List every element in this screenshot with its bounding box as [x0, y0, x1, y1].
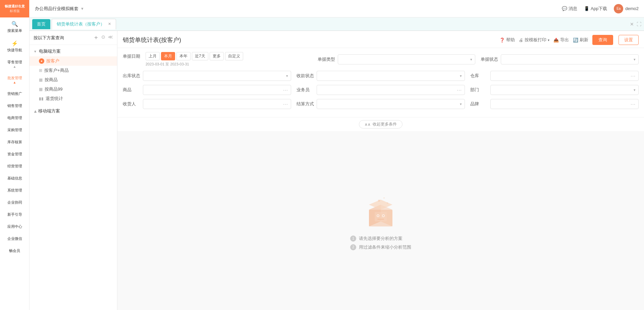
sidebar-item-marketing[interactable]: 营销推广: [0, 88, 29, 100]
stock-status-select[interactable]: ▾: [143, 71, 291, 81]
help-btn[interactable]: ❓ 帮助: [499, 37, 515, 43]
dept-select[interactable]: ▾: [490, 85, 639, 95]
staff-dots-icon: ···: [457, 87, 462, 93]
svg-rect-12: [377, 219, 384, 220]
refresh-btn[interactable]: 🔄 刷新: [573, 37, 588, 43]
date-filter-cell: 单据日期 上月 本月 本年 近7天 更多 自定义 2023-03-0: [123, 52, 312, 67]
print-btn[interactable]: 🖨 按模板打印 ▾: [519, 37, 549, 43]
scheme-by-product[interactable]: ▦ 按商品: [30, 75, 117, 85]
bar-icon: ▮▮: [39, 96, 44, 101]
quicknav-icon: ⚡: [11, 40, 18, 47]
date-btn-this-month[interactable]: 本月: [161, 52, 175, 60]
tab-sales-stat[interactable]: 销货单统计表（按客户） ✕: [52, 19, 116, 30]
order-status-label: 单据状态: [481, 56, 501, 62]
tab-home[interactable]: 首页: [32, 19, 50, 29]
order-type-cell: 单据类型 ▾: [318, 54, 476, 64]
empty-hints: 1 请先选择要分析的方案 2 用过滤条件来缩小分析范围: [350, 236, 411, 250]
app-download-btn[interactable]: 📱 App下载: [584, 6, 607, 12]
sidebar-item-quicknav[interactable]: ⚡ 快捷导航: [0, 37, 29, 56]
brand-label: 品牌: [470, 101, 490, 107]
message-btn[interactable]: 💬 消息: [562, 6, 577, 12]
message-icon: 💬: [562, 6, 567, 11]
settings-button[interactable]: 设置: [619, 35, 639, 45]
order-status-select[interactable]: ▾: [501, 54, 639, 64]
edit-scheme-btn[interactable]: ⊙: [101, 34, 105, 41]
scheme-actions: ＋ ⊙ ≪: [93, 34, 113, 41]
sidebar-item-wholesale[interactable]: 批发管理 ▲: [0, 72, 29, 88]
hint-num-1: 1: [350, 236, 356, 242]
sidebar-item-retail[interactable]: 零售管理 ▲: [0, 56, 29, 72]
user-area[interactable]: Ea demo2: [614, 4, 639, 13]
filter-row-4: 收货人 ··· 结算方式 ▾ 品牌: [123, 99, 639, 109]
filter-row-3: 商品 ··· 业务员 ··· 部门: [123, 85, 639, 95]
header-left: 办公用品行业模拟账套 ▾: [35, 6, 84, 12]
left-panel-header: 按以下方案查询 ＋ ⊙ ≪: [30, 31, 117, 45]
page-title: 销货单统计表(按客户): [123, 36, 181, 44]
desktop-scheme-parent[interactable]: ▼ 电脑端方案: [30, 46, 117, 56]
print-dropdown-icon: ▾: [548, 38, 549, 42]
sidebar-item-wechat[interactable]: 企业微信: [0, 233, 29, 245]
collapse-bar: ∧∧ 收起更多条件: [117, 117, 644, 131]
empty-hint-1: 1 请先选择要分析的方案: [350, 236, 411, 242]
username: demo2: [625, 6, 639, 11]
scheme-label-customer: 按客户: [46, 58, 59, 64]
warehouse-select[interactable]: ···: [490, 71, 639, 81]
order-type-select[interactable]: ▾: [338, 54, 476, 64]
tab-bar: 首页 销货单统计表（按客户） ✕ ✕ ⛶: [30, 17, 644, 31]
sidebar-item-member[interactable]: 畅会员: [0, 245, 29, 257]
settlement-cell: 结算方式 ▾: [297, 99, 465, 109]
empty-hint-2: 2 用过滤条件来缩小分析范围: [350, 244, 411, 250]
scheme-by-customer[interactable]: ● 按客户: [30, 56, 117, 66]
mobile-expand-icon: ▶: [33, 110, 37, 112]
date-btn-7days[interactable]: 近7天: [192, 52, 208, 60]
empty-illustration: [361, 191, 401, 231]
date-btn-this-year[interactable]: 本年: [176, 52, 191, 60]
export-btn[interactable]: 📤 导出: [553, 37, 569, 43]
date-btn-last-month[interactable]: 上月: [146, 52, 160, 60]
brand-select[interactable]: ···: [490, 99, 639, 109]
close-window-icon[interactable]: ✕: [630, 21, 634, 27]
staff-select[interactable]: ···: [317, 85, 465, 95]
sidebar-item-purchase[interactable]: 采购管理: [0, 124, 29, 136]
scheme-return-stats[interactable]: ▮▮ 退货统计: [30, 94, 117, 103]
avatar: Ea: [614, 4, 623, 13]
date-btn-custom[interactable]: 自定义: [225, 52, 243, 60]
brand-cell: 品牌 ···: [470, 99, 639, 109]
sidebar-item-inventory[interactable]: 库存核算: [0, 136, 29, 148]
sidebar-item-sales[interactable]: 销售管理: [0, 100, 29, 112]
tab-close-icon[interactable]: ✕: [108, 22, 111, 26]
collapse-panel-btn[interactable]: ≪: [108, 34, 113, 41]
sidebar-item-guide[interactable]: 新手引导: [0, 209, 29, 221]
sidebar-item-search[interactable]: 🔍 搜索菜单: [0, 17, 29, 37]
sidebar-item-basic[interactable]: 基础信息: [0, 172, 29, 185]
mobile-scheme-parent[interactable]: ▶ 移动端方案: [30, 106, 117, 116]
tab-sales-label: 销货单统计表（按客户）: [57, 21, 105, 27]
sidebar-item-ecommerce[interactable]: 电商管理: [0, 112, 29, 124]
date-range: 2023-03-01 至 2023-03-31: [146, 62, 189, 67]
sidebar-item-enterprise[interactable]: 企业协同: [0, 197, 29, 209]
scheme-panel-title: 按以下方案查询: [34, 35, 64, 41]
add-scheme-btn[interactable]: ＋: [93, 34, 99, 41]
sidebar-item-operation[interactable]: 经营管理: [0, 160, 29, 172]
scheme-by-customer-product[interactable]: ⊞ 按客户+商品: [30, 66, 117, 75]
product-select[interactable]: ···: [143, 85, 291, 95]
receiver-select[interactable]: ···: [143, 99, 291, 109]
date-btn-more[interactable]: 更多: [210, 52, 224, 60]
maximize-icon[interactable]: ⛶: [637, 21, 641, 27]
scheme-label-product: 按商品: [45, 77, 58, 83]
export-icon: 📤: [553, 38, 559, 43]
settlement-select[interactable]: ▾: [317, 99, 465, 109]
sidebar-item-system[interactable]: 系统管理: [0, 185, 29, 197]
scheme-by-product-99[interactable]: ▦ 按商品99: [30, 85, 117, 94]
query-button[interactable]: 查询: [592, 35, 613, 45]
sidebar-item-appcenter[interactable]: 应用中心: [0, 221, 29, 233]
filter-row-2: 出库状态 ▾ 收款状态 ▾ 仓库: [123, 71, 639, 81]
tab-home-label: 首页: [37, 21, 46, 27]
desktop-scheme-label: 电脑端方案: [39, 48, 61, 54]
order-type-dropdown-icon: ▾: [470, 57, 472, 62]
desktop-schemes: ▼ 电脑端方案 ● 按客户 ⊞ 按客户+商品 ▦ 按商品 ▦ 按商品: [30, 45, 117, 105]
collapse-button[interactable]: ∧∧ 收起更多条件: [359, 120, 402, 128]
sidebar-item-finance[interactable]: 资金管理: [0, 148, 29, 160]
payment-status-select[interactable]: ▾: [317, 71, 465, 81]
filter-area: 单据日期 上月 本月 本年 近7天 更多 自定义 2023-03-0: [117, 48, 644, 117]
